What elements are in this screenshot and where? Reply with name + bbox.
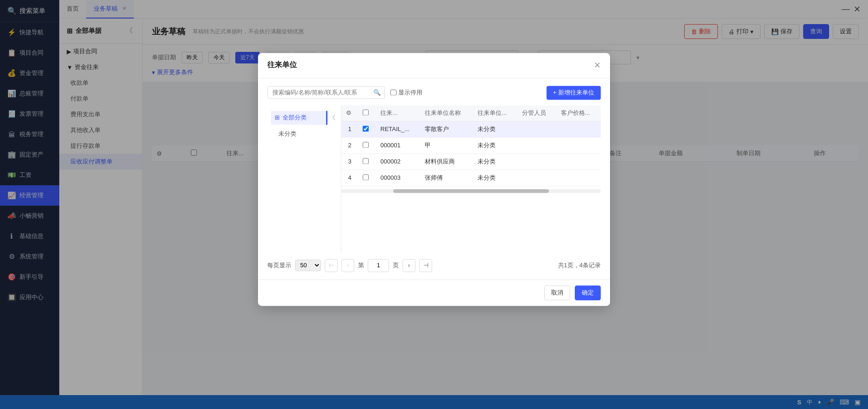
row-manager	[517, 137, 556, 153]
dialog-close-button[interactable]: ✕	[594, 60, 601, 70]
th-setting[interactable]: ⚙	[341, 105, 358, 121]
page-label: 第	[358, 261, 364, 270]
dialog-sidebar-all[interactable]: ⊞ 全部分类	[271, 111, 327, 125]
horizontal-scrollbar[interactable]	[341, 189, 601, 193]
prev-page-button[interactable]: ‹	[341, 259, 354, 272]
row-manager	[517, 121, 556, 137]
page-unit-label: 页	[393, 261, 399, 270]
show-disabled-checkbox[interactable]	[390, 89, 396, 95]
confirm-button[interactable]: 确定	[575, 285, 601, 300]
row-code: 000003	[376, 170, 420, 186]
row-price	[556, 170, 601, 186]
row-num: 2	[341, 137, 358, 153]
dialog-pagination: 每页显示 50 20 100 ⊢ ‹ 第 页 › ⊣ 共1页，4条记录	[267, 259, 601, 272]
row-name: 张师傅	[420, 170, 473, 186]
row-name: 零散客户	[420, 121, 473, 137]
row-category: 未分类	[473, 170, 517, 186]
row-num: 3	[341, 153, 358, 170]
per-page-label: 每页显示	[267, 261, 291, 270]
per-page-select[interactable]: 50 20 100	[295, 259, 321, 271]
dialog-table-wrap: ⚙ 往来... 往来单位名称 往来单位... 分管人员 客户价格... 1 RE…	[341, 105, 601, 253]
th-checkbox[interactable]	[358, 105, 376, 121]
row-price	[556, 137, 601, 153]
row-code: RETAIL_...	[376, 121, 420, 137]
row-name: 甲	[420, 137, 473, 153]
row-checkbox[interactable]	[358, 153, 376, 170]
row-price	[556, 121, 601, 137]
add-partner-button[interactable]: + 新增往来单位	[547, 86, 601, 100]
row-checkbox[interactable]	[358, 137, 376, 153]
row-category: 未分类	[473, 153, 517, 170]
page-number-input[interactable]	[368, 259, 389, 272]
row-code: 000001	[376, 137, 420, 153]
dialog-select-all[interactable]	[363, 109, 369, 115]
show-disabled-label[interactable]: 显示停用	[390, 88, 422, 97]
row-checkbox[interactable]	[358, 170, 376, 186]
row-manager	[517, 170, 556, 186]
row-name: 材料供应商	[420, 153, 473, 170]
dialog-table-row[interactable]: 1 RETAIL_... 零散客户 未分类	[341, 121, 601, 137]
grid-icon: ⊞	[275, 114, 280, 121]
scrollbar-thumb	[393, 189, 549, 193]
row-price	[556, 153, 601, 170]
th-manager: 分管人员	[517, 105, 556, 121]
dialog-split: ⊞ 全部分类 《 未分类 ⚙ 往来... 往来单位名称	[267, 105, 601, 253]
dialog-footer: 取消 确定	[258, 279, 610, 306]
dialog-collapse-button[interactable]: 《	[327, 112, 337, 124]
dialog-header: 往来单位 ✕	[258, 53, 610, 78]
next-page-button[interactable]: ›	[403, 259, 415, 272]
th-category: 往来单位...	[473, 105, 517, 121]
dialog-sidebar-uncat[interactable]: 未分类	[267, 126, 341, 141]
dialog-sidebar: ⊞ 全部分类 《 未分类	[267, 105, 341, 253]
row-checkbox[interactable]	[358, 121, 376, 137]
last-page-button[interactable]: ⊣	[419, 259, 432, 272]
first-page-button[interactable]: ⊢	[325, 259, 338, 272]
row-num: 4	[341, 170, 358, 186]
th-code: 往来...	[376, 105, 420, 121]
row-select-checkbox[interactable]	[363, 126, 369, 132]
dialog-table-row[interactable]: 3 000002 材料供应商 未分类	[341, 153, 601, 170]
row-select-checkbox[interactable]	[363, 174, 369, 180]
search-icon: 🔍	[370, 89, 384, 96]
dialog-body: 🔍 显示停用 + 新增往来单位 ⊞ 全部分类 《 未分类	[258, 78, 610, 279]
row-category: 未分类	[473, 121, 517, 137]
dialog-search-box: 🔍	[267, 86, 385, 99]
row-select-checkbox[interactable]	[363, 158, 369, 164]
dialog-title: 往来单位	[267, 60, 297, 70]
row-manager	[517, 153, 556, 170]
dialog-table-row[interactable]: 4 000003 张师傅 未分类	[341, 170, 601, 186]
row-code: 000002	[376, 153, 420, 170]
th-price: 客户价格...	[556, 105, 601, 121]
dialog-toolbar: 🔍 显示停用 + 新增往来单位	[267, 86, 601, 100]
row-num: 1	[341, 121, 358, 137]
dialog-search-input[interactable]	[268, 87, 370, 98]
total-info: 共1页，4条记录	[558, 261, 601, 270]
row-select-checkbox[interactable]	[363, 142, 369, 148]
dialog-table-row[interactable]: 2 000001 甲 未分类	[341, 137, 601, 153]
sidebar-all-label: 全部分类	[283, 113, 307, 122]
show-disabled-text: 显示停用	[398, 88, 422, 97]
dialog-table: ⚙ 往来... 往来单位名称 往来单位... 分管人员 客户价格... 1 RE…	[341, 105, 601, 186]
cancel-button[interactable]: 取消	[544, 285, 570, 300]
partner-dialog: 往来单位 ✕ 🔍 显示停用 + 新增往来单位 ⊞ 全部分类	[258, 53, 610, 306]
th-name: 往来单位名称	[420, 105, 473, 121]
row-category: 未分类	[473, 137, 517, 153]
